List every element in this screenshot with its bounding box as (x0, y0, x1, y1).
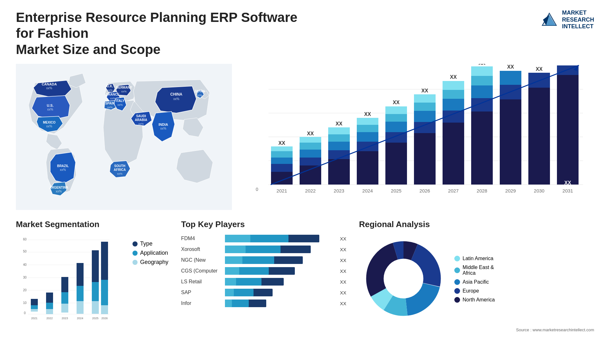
svg-text:10: 10 (23, 301, 27, 305)
svg-text:2024: 2024 (77, 317, 83, 320)
legend-geography-label: Geography (140, 259, 168, 266)
player-value: XX (340, 268, 346, 274)
svg-rect-87 (443, 99, 464, 111)
legend-item-asia-pacific: Asia Pacific (454, 279, 495, 285)
legend-item-europe: Europe (454, 288, 495, 294)
svg-text:60: 60 (23, 238, 27, 241)
regional-inner: Latin America Middle East &Africa Asia P… (359, 234, 594, 324)
latin-america-dot (454, 256, 460, 261)
svg-rect-138 (61, 277, 68, 292)
svg-rect-50 (300, 165, 321, 185)
svg-rect-150 (101, 242, 108, 280)
header: Enterprise Resource Planning ERP Softwar… (16, 10, 594, 57)
donut-chart (359, 234, 448, 324)
svg-text:ARGENTINA: ARGENTINA (49, 186, 68, 189)
europe-label: Europe (463, 288, 479, 294)
player-bar-wrap (225, 288, 336, 297)
player-value: XX (340, 301, 346, 306)
svg-rect-66 (357, 132, 378, 142)
svg-rect-47 (271, 146, 293, 151)
svg-text:XX: XX (478, 64, 485, 66)
svg-rect-104 (528, 88, 550, 185)
svg-text:XX: XX (336, 121, 342, 126)
segmentation-block: Market Segmentation 60 50 40 30 20 10 0 (16, 219, 168, 337)
svg-text:2031: 2031 (562, 188, 573, 193)
latin-america-label: Latin America (463, 256, 493, 261)
svg-rect-163 (225, 267, 239, 275)
svg-text:U.K.: U.K. (107, 84, 113, 88)
svg-text:XX: XX (536, 66, 543, 72)
svg-text:xx%: xx% (60, 168, 66, 172)
main-bar-chart: 0 XX 2021 (245, 64, 594, 210)
player-name: Xorosoft (181, 246, 222, 252)
player-row: FDM4 XX (181, 234, 346, 243)
svg-rect-74 (385, 114, 407, 122)
svg-text:2027: 2027 (448, 188, 458, 193)
svg-text:2026: 2026 (101, 317, 108, 320)
svg-text:2028: 2028 (477, 188, 487, 193)
svg-text:20: 20 (23, 288, 27, 292)
svg-rect-144 (92, 301, 99, 314)
svg-rect-54 (300, 137, 321, 143)
player-row: LS Retail XX (181, 277, 346, 286)
svg-text:SPAIN: SPAIN (105, 102, 115, 105)
svg-rect-73 (385, 122, 407, 132)
svg-rect-140 (77, 301, 84, 314)
svg-text:50: 50 (23, 250, 27, 253)
svg-text:XX: XX (278, 140, 285, 146)
player-name: NGC (New (181, 257, 222, 263)
regional-title: Regional Analysis (359, 219, 594, 229)
svg-rect-59 (328, 142, 350, 150)
world-map: CANADA xx% U.S. xx% MEXICO xx% BRAZIL xx… (16, 64, 232, 210)
svg-text:ITALY: ITALY (116, 99, 125, 103)
svg-rect-80 (414, 111, 436, 122)
player-row: CGS (Computer XX (181, 266, 346, 275)
svg-rect-142 (77, 263, 84, 286)
player-row: Infor XX (181, 299, 346, 308)
mea-dot (454, 267, 460, 273)
svg-rect-128 (31, 309, 38, 312)
regional-legend: Latin America Middle East &Africa Asia P… (454, 256, 495, 303)
svg-rect-51 (300, 158, 321, 165)
svg-rect-101 (500, 71, 521, 85)
player-name: LS Retail (181, 279, 222, 285)
svg-rect-60 (328, 134, 350, 142)
player-bar-wrap (225, 299, 336, 308)
svg-rect-71 (385, 143, 407, 185)
svg-rect-78 (414, 133, 436, 185)
svg-text:XX: XX (307, 131, 314, 136)
svg-rect-85 (443, 123, 464, 185)
svg-rect-145 (92, 282, 99, 301)
svg-text:2023: 2023 (334, 188, 344, 193)
legend-item-geography: Geography (132, 259, 168, 266)
svg-text:xx%: xx% (110, 97, 115, 100)
segmentation-legend: Type Application Geography (129, 240, 168, 266)
svg-rect-64 (357, 151, 378, 185)
segmentation-title: Market Segmentation (16, 219, 168, 229)
svg-text:xx%: xx% (47, 108, 53, 111)
svg-text:2025: 2025 (92, 317, 98, 320)
svg-rect-44 (271, 164, 293, 172)
logo-block: MARKET RESEARCH INTELLECT (540, 10, 594, 30)
type-dot (132, 241, 138, 246)
svg-rect-148 (101, 305, 108, 314)
svg-rect-160 (225, 256, 242, 264)
player-name: SAP (181, 290, 222, 295)
legend-type-label: Type (140, 240, 152, 247)
svg-rect-89 (443, 81, 464, 90)
bottom-section: Market Segmentation 60 50 40 30 20 10 0 (16, 219, 594, 337)
svg-rect-94 (471, 85, 493, 98)
player-row: NGC (New XX (181, 256, 346, 265)
svg-text:ARABIA: ARABIA (135, 118, 147, 122)
svg-rect-67 (357, 125, 378, 132)
svg-rect-99 (500, 99, 521, 185)
svg-rect-57 (328, 159, 350, 185)
north-america-label: North America (463, 297, 495, 303)
svg-text:JAPAN: JAPAN (194, 90, 205, 93)
svg-rect-130 (31, 299, 38, 305)
svg-text:SOUTH: SOUTH (114, 164, 125, 168)
svg-rect-95 (471, 76, 493, 85)
player-value: XX (340, 279, 346, 285)
svg-rect-68 (357, 118, 378, 125)
svg-text:xx%: xx% (117, 103, 123, 106)
